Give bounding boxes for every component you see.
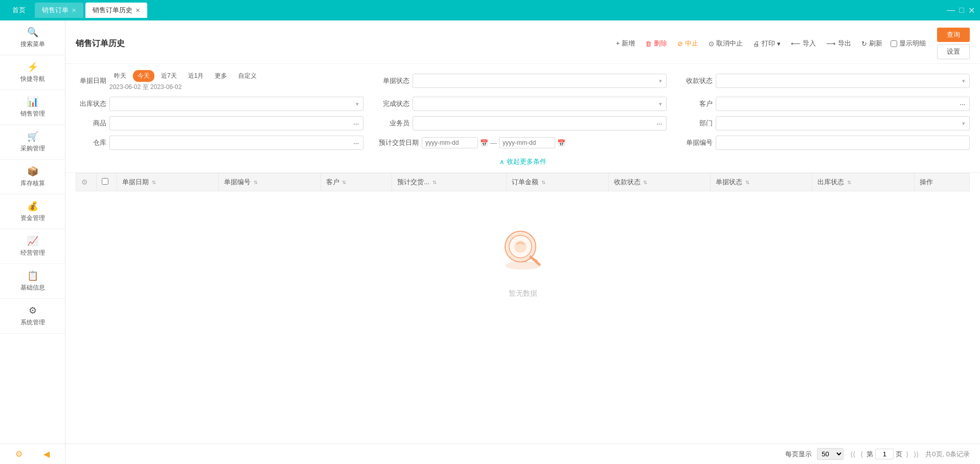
cancel-stop-icon: ⊙	[709, 40, 714, 48]
query-button[interactable]: 查询	[937, 28, 970, 42]
page-input[interactable]	[875, 449, 894, 459]
bill-status-label: 单据状态	[379, 76, 409, 85]
th-out-status-label: 出库状态	[817, 178, 844, 186]
sidebar-item-sales-mgmt[interactable]: 📊 销售管理	[0, 90, 65, 125]
date-btn-1month[interactable]: 近1月	[184, 70, 209, 82]
bill-status-select[interactable]: ▾	[413, 74, 667, 88]
dept-select[interactable]: ▾	[716, 116, 970, 130]
dept-label: 部门	[682, 119, 713, 128]
date-btn-more[interactable]: 更多	[210, 70, 232, 82]
sort-no-icon[interactable]: ⇅	[254, 180, 258, 185]
inventory-icon: 📦	[27, 166, 38, 177]
sidebar-bottom: ⚙ ◀	[0, 444, 65, 464]
th-date-label: 单据日期	[122, 178, 149, 186]
date-btn-yesterday[interactable]: 昨天	[109, 70, 131, 82]
sort-bill-status-icon[interactable]: ⇅	[745, 180, 749, 185]
refresh-label: 刷新	[869, 39, 882, 48]
print-icon: 🖨	[753, 40, 760, 48]
delete-icon: 🗑	[645, 40, 652, 48]
maximize-button[interactable]: □	[959, 6, 964, 15]
sidebar-item-search[interactable]: 🔍 搜索菜单	[0, 20, 65, 55]
sort-delivery-icon[interactable]: ⇅	[432, 180, 437, 185]
date-btn-7days[interactable]: 近7天	[156, 70, 181, 82]
sidebar-item-purchase-mgmt[interactable]: 🛒 采购管理	[0, 125, 65, 160]
delete-button[interactable]: 🗑 删除	[643, 39, 669, 48]
new-label: + 新增	[616, 39, 635, 48]
sidebar-collapse-button[interactable]: ◀	[43, 449, 50, 459]
out-status-caret: ▾	[356, 101, 359, 107]
sort-out-status-icon[interactable]: ⇅	[847, 180, 851, 185]
tab-home[interactable]: 首页	[5, 3, 33, 18]
per-page-select[interactable]: 50 10 20 100	[817, 448, 844, 460]
first-page-button[interactable]: ⟨⟨	[849, 450, 857, 458]
warehouse-input[interactable]: ···	[109, 136, 363, 150]
sidebar-item-inventory-mgmt[interactable]: 📦 库存核算	[0, 160, 65, 194]
customer-input[interactable]: ···	[716, 97, 970, 111]
page-title: 销售订单历史	[76, 38, 125, 49]
table-settings-icon[interactable]: ⚙	[81, 178, 88, 186]
export-icon: ⟶	[826, 40, 836, 48]
print-button[interactable]: 🖨 打印 ▾	[751, 39, 783, 48]
stop-button[interactable]: ⊘ 中止	[675, 39, 700, 48]
show-detail-input[interactable]	[891, 40, 897, 47]
goods-ellipsis: ···	[353, 120, 359, 127]
filter-dept: 部门 ▾	[682, 116, 970, 130]
sort-amount-icon[interactable]: ⇅	[541, 180, 545, 185]
cal-end-icon[interactable]: 📅	[557, 139, 565, 147]
sidebar-item-finance-mgmt[interactable]: 💰 资金管理	[0, 194, 65, 229]
out-status-select[interactable]: ▾	[109, 97, 363, 111]
delivery-date-range: 📅 — 📅	[422, 137, 667, 148]
sidebar-item-quick-nav[interactable]: ⚡ 快捷导航	[0, 55, 65, 90]
show-detail-checkbox[interactable]: 显示明细	[891, 39, 926, 48]
export-button[interactable]: ⟶ 导出	[824, 39, 853, 48]
tab-sales-order[interactable]: 销售订单 ✕	[35, 3, 83, 18]
cal-start-icon[interactable]: 📅	[480, 139, 488, 147]
payment-status-caret: ▾	[962, 78, 965, 84]
date-btn-custom[interactable]: 自定义	[234, 70, 261, 82]
sidebar-item-ops-mgmt[interactable]: 📈 经营管理	[0, 229, 65, 264]
filter-row-3: 商品 ··· 业务员 ··· 部门 ▾	[76, 116, 970, 130]
toolbar: + 新增 🗑 删除 ⊘ 中止 ⊙ 取消中止 🖨 打印 ▾	[614, 28, 970, 59]
minimize-button[interactable]: —	[947, 6, 955, 15]
sidebar-inventory-label: 库存核算	[20, 179, 45, 188]
sidebar-item-sys-mgmt[interactable]: ⚙ 系统管理	[0, 299, 65, 334]
delivery-date-start[interactable]	[422, 137, 478, 148]
page-nav: ⟨⟨ ⟨ 第 页 ⟩ ⟩⟩	[849, 449, 920, 459]
cancel-stop-button[interactable]: ⊙ 取消中止	[706, 39, 745, 48]
sort-customer-icon[interactable]: ⇅	[342, 180, 346, 185]
complete-status-select[interactable]: ▾	[413, 97, 667, 111]
ops-icon: 📈	[27, 235, 38, 247]
delivery-date-end[interactable]	[499, 137, 555, 148]
sidebar-settings-button[interactable]: ⚙	[15, 449, 22, 459]
sort-date-icon[interactable]: ⇅	[152, 180, 156, 185]
import-button[interactable]: ⟵ 导入	[789, 39, 818, 48]
filter-out-status: 出库状态 ▾	[76, 97, 363, 111]
filter-row-2: 出库状态 ▾ 完成状态 ▾ 客户 ···	[76, 97, 970, 111]
close-button[interactable]: ✕	[968, 6, 975, 15]
new-button[interactable]: + 新增	[614, 39, 637, 48]
th-payment-status-label: 收款状态	[614, 178, 641, 186]
sidebar-ops-label: 经营管理	[20, 249, 45, 257]
tab-sales-order-history-close[interactable]: ✕	[135, 7, 140, 14]
last-page-button[interactable]: ⟩⟩	[912, 450, 920, 458]
salesman-label: 业务员	[379, 119, 409, 128]
date-btn-today[interactable]: 今天	[133, 70, 154, 82]
bill-no-input[interactable]	[716, 136, 970, 150]
sidebar-item-basic-info[interactable]: 📋 基础信息	[0, 264, 65, 299]
empty-svg	[492, 222, 554, 273]
next-page-button[interactable]: ⟩	[904, 450, 910, 458]
collapse-row[interactable]: ∧ 收起更多条件	[76, 155, 970, 166]
refresh-icon: ↻	[861, 40, 867, 48]
tab-sales-order-history[interactable]: 销售订单历史 ✕	[85, 3, 147, 18]
salesman-input[interactable]: ···	[413, 116, 667, 130]
salesman-ellipsis: ···	[656, 120, 662, 127]
goods-input[interactable]: ···	[109, 116, 363, 130]
set-button[interactable]: 设置	[937, 44, 970, 59]
refresh-button[interactable]: ↻ 刷新	[859, 39, 884, 48]
prev-page-button[interactable]: ⟨	[859, 450, 864, 458]
sort-payment-status-icon[interactable]: ⇅	[643, 180, 647, 185]
tab-sales-order-close[interactable]: ✕	[72, 7, 76, 14]
tab-sales-order-label: 销售订单	[42, 6, 69, 15]
payment-status-select[interactable]: ▾	[716, 74, 970, 88]
select-all-checkbox[interactable]	[102, 178, 108, 185]
